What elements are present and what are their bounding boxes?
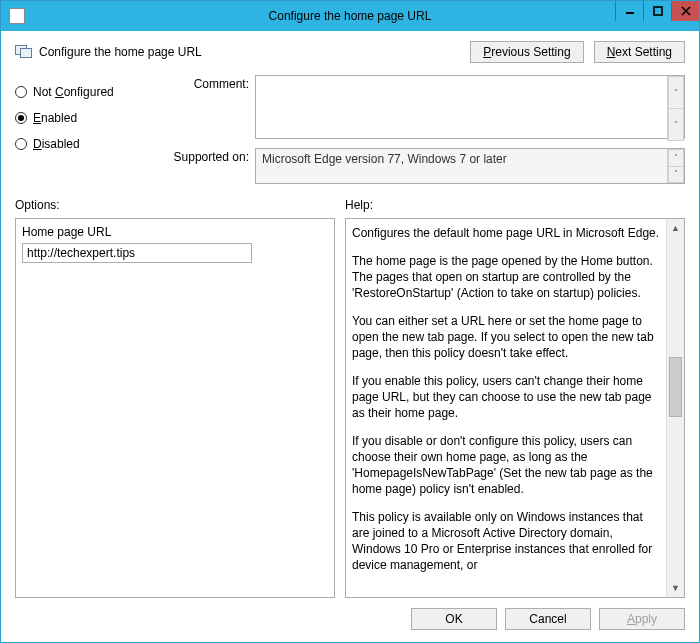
policy-icon [15,45,33,59]
help-text: Configures the default home page URL in … [352,225,662,241]
header-text: Configure the home page URL [39,45,202,59]
ok-button[interactable]: OK [411,608,497,630]
radio-label: Disabled [33,137,80,151]
supported-spin: ˄ ˅ [667,149,684,183]
options-column: Options: Home page URL [15,194,335,598]
title-bar: Configure the home page URL [1,1,699,31]
radio-icon [15,138,27,150]
radio-enabled[interactable]: Enabled [15,105,155,131]
scroll-track[interactable] [667,237,684,579]
help-panel: Configures the default home page URL in … [345,218,685,598]
spin-down-icon[interactable]: ˅ [668,109,684,141]
mid-section: Options: Home page URL Help: Configures … [1,188,699,598]
comment-label: Comment: [165,75,255,91]
spin-up-icon[interactable]: ˄ [668,76,684,109]
minimize-icon [625,6,635,16]
close-icon [681,6,691,16]
svg-rect-1 [654,7,662,15]
spin-down-icon[interactable]: ˅ [668,167,684,184]
scroll-down-icon[interactable]: ▼ [667,579,684,597]
radio-label: Not Configured [33,85,114,99]
radio-icon [15,86,27,98]
radio-label: Enabled [33,111,77,125]
help-text: You can either set a URL here or set the… [352,313,662,361]
radio-disabled[interactable]: Disabled [15,131,155,157]
help-column: Help: Configures the default home page U… [345,194,685,598]
scroll-thumb[interactable] [669,357,682,417]
fields-grid: Comment: ˄ ˅ Supported on: Microsoft Edg… [165,75,685,184]
help-label: Help: [345,194,685,218]
apply-button[interactable]: Apply [599,608,685,630]
minimize-button[interactable] [615,1,643,21]
app-icon [9,8,25,24]
comment-spin: ˄ ˅ [667,76,684,141]
spin-up-icon[interactable]: ˄ [668,149,684,167]
close-button[interactable] [671,1,699,21]
window-title: Configure the home page URL [1,9,699,23]
maximize-icon [653,6,663,16]
supported-wrap: Microsoft Edge version 77, Windows 7 or … [255,148,685,184]
state-radios: Not Configured Enabled Disabled [15,75,155,184]
nav-buttons: Previous Setting Next Setting [470,41,685,63]
url-label: Home page URL [22,225,328,239]
help-text: The home page is the page opened by the … [352,253,662,301]
options-panel: Home page URL [15,218,335,598]
header-row: Configure the home page URL Previous Set… [1,31,699,67]
supported-label: Supported on: [165,148,255,164]
window-controls [615,1,699,21]
comment-wrap: ˄ ˅ [255,75,685,142]
previous-setting-button[interactable]: Previous Setting [470,41,583,63]
config-area: Not Configured Enabled Disabled Comment:… [1,67,699,188]
url-input[interactable] [22,243,252,263]
scroll-up-icon[interactable]: ▲ [667,219,684,237]
dialog-window: Configure the home page URL Configure th… [0,0,700,643]
help-text: If you disable or don't configure this p… [352,433,662,497]
maximize-button[interactable] [643,1,671,21]
supported-text: Microsoft Edge version 77, Windows 7 or … [255,148,685,184]
radio-not-configured[interactable]: Not Configured [15,79,155,105]
options-label: Options: [15,194,335,218]
client-area: Configure the home page URL Previous Set… [1,31,699,642]
next-setting-button[interactable]: Next Setting [594,41,685,63]
help-text: If you enable this policy, users can't c… [352,373,662,421]
comment-textarea[interactable] [255,75,685,139]
cancel-button[interactable]: Cancel [505,608,591,630]
help-text: This policy is available only on Windows… [352,509,662,573]
radio-icon [15,112,27,124]
footer-buttons: OK Cancel Apply [1,598,699,642]
help-scrollbar[interactable]: ▲ ▼ [666,219,684,597]
